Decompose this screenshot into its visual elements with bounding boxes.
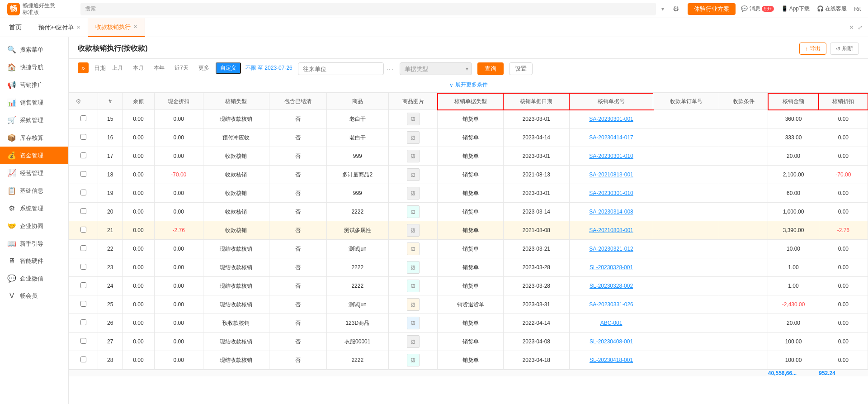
row-discount: 0.00 [819, 277, 868, 295]
col-bill-date[interactable]: 核销单据日期 [503, 93, 569, 110]
col-discount[interactable]: 核销折扣 [819, 93, 868, 110]
filter-toggle[interactable]: » [78, 62, 89, 73]
tab-prepay[interactable]: 预付冲应付单 ✕ [31, 18, 88, 37]
export-button[interactable]: ↑ 导出 [799, 43, 826, 55]
sidebar-item-wechat[interactable]: 💬 企业微信 [0, 270, 68, 287]
messages-area[interactable]: 💬 消息 99+ [741, 5, 774, 13]
date-7days[interactable]: 近7天 [171, 63, 192, 73]
row-bill-no[interactable]: SA-20230301-010 [569, 147, 653, 166]
refresh-button[interactable]: ↺ 刷新 [830, 43, 859, 55]
column-settings-button[interactable]: 设置 [509, 62, 533, 75]
row-bill-no[interactable]: SA-20230301-010 [569, 184, 653, 203]
search-dropdown-icon[interactable]: ▾ [661, 6, 664, 12]
row-receipt-no [653, 221, 719, 240]
query-button[interactable]: 查询 [477, 62, 504, 75]
col-settings[interactable]: ⚙ [69, 93, 98, 110]
date-this-month[interactable]: 本月 [129, 63, 147, 73]
row-bill-no[interactable]: SA-20210808-001 [569, 221, 653, 240]
guide-icon: 📖 [7, 239, 16, 248]
row-checkbox[interactable] [69, 147, 98, 166]
tab-verify-close[interactable]: ✕ [133, 24, 137, 30]
row-checkbox[interactable] [69, 258, 98, 277]
row-bill-no[interactable]: SA-20210813-001 [569, 166, 653, 184]
date-this-year[interactable]: 本年 [150, 63, 168, 73]
col-product-img[interactable]: 商品图片 [389, 93, 438, 110]
row-bill-date: 2023-04-18 [503, 351, 569, 370]
sidebar-item-system[interactable]: ⚙ 系统管理 [0, 200, 68, 217]
col-product[interactable]: 商品 [326, 93, 388, 110]
sidebar-item-funds[interactable]: 💰 资金管理 [0, 147, 68, 164]
sidebar-item-enterprise[interactable]: 🤝 企业协同 [0, 217, 68, 235]
row-bill-no[interactable]: SA-20230301-001 [569, 110, 653, 128]
row-bill-no[interactable]: SL-20230328-002 [569, 277, 653, 295]
settings-icon[interactable]: ⚙ [670, 3, 682, 15]
row-checkbox[interactable] [69, 351, 98, 370]
row-bill-no[interactable]: SL-20230328-001 [569, 258, 653, 277]
row-balance: 0.00 [123, 333, 155, 351]
row-discount: 0.00 [819, 240, 868, 258]
tab-home[interactable]: 首页 [0, 18, 31, 37]
row-checkbox[interactable] [69, 240, 98, 258]
col-include-settled[interactable]: 包含已结清 [269, 93, 326, 110]
partner-dots[interactable]: ··· [387, 66, 394, 72]
tab-fullscreen-icon[interactable]: ⤢ [858, 24, 863, 31]
sidebar-item-guide[interactable]: 📖 新手引导 [0, 235, 68, 252]
sidebar-item-hardware[interactable]: 🖥 智能硬件 [0, 252, 68, 270]
sidebar-item-basic-info[interactable]: 📋 基础信息 [0, 182, 68, 200]
col-receipt-no[interactable]: 收款单订单号 [653, 93, 719, 110]
sidebar-item-inventory[interactable]: 📦 库存核算 [0, 129, 68, 147]
row-checkbox[interactable] [69, 314, 98, 333]
sidebar-item-vip[interactable]: V 畅会员 [0, 287, 68, 304]
col-balance[interactable]: 余额 [123, 93, 155, 110]
row-bill-no[interactable]: SA-20230414-017 [569, 128, 653, 147]
online-service[interactable]: 🎧 在线客服 [817, 5, 847, 13]
sidebar-item-sales[interactable]: 📊 销售管理 [0, 94, 68, 111]
global-search[interactable]: 搜索 [80, 3, 656, 15]
footer-spacer [69, 370, 768, 376]
row-bill-no[interactable]: ABC-001 [569, 314, 653, 333]
industry-solution-button[interactable]: 体验行业方案 [688, 3, 736, 15]
tab-verify[interactable]: 收款核销执行 ✕ [88, 18, 145, 37]
row-bill-no[interactable]: SL-20230408-001 [569, 333, 653, 351]
row-checkbox[interactable] [69, 166, 98, 184]
row-product: 2222 [326, 351, 388, 370]
row-bill-no[interactable]: SA-20230321-012 [569, 240, 653, 258]
row-checkbox[interactable] [69, 295, 98, 314]
date-custom[interactable]: 自定义 [216, 62, 241, 74]
date-more[interactable]: 更多 [195, 63, 213, 73]
col-cash-discount[interactable]: 现金折扣 [154, 93, 203, 110]
row-number: 25 [98, 295, 123, 314]
sidebar-item-operations[interactable]: 📈 经营管理 [0, 164, 68, 182]
tab-prepay-close[interactable]: ✕ [76, 24, 80, 30]
col-bill-no[interactable]: 核销单据号 [569, 93, 653, 110]
partner-input[interactable] [298, 62, 384, 75]
row-checkbox[interactable] [69, 110, 98, 128]
user-name[interactable]: Rit [854, 6, 861, 12]
row-checkbox[interactable] [69, 333, 98, 351]
sidebar-item-purchase[interactable]: 🛒 采购管理 [0, 111, 68, 129]
sidebar-item-search[interactable]: 🔍 搜索菜单 [0, 41, 68, 58]
sidebar-item-nav[interactable]: 🏠 快捷导航 [0, 58, 68, 76]
row-checkbox[interactable] [69, 128, 98, 147]
row-bill-no[interactable]: SA-20230314-008 [569, 203, 653, 221]
row-checkbox[interactable] [69, 277, 98, 295]
row-product-img: 🖼 [389, 351, 438, 370]
row-bill-no[interactable]: SL-20230418-001 [569, 351, 653, 370]
col-verify-type[interactable]: 核销类型 [203, 93, 269, 110]
app-download[interactable]: 📱 App下载 [781, 5, 810, 13]
row-bill-no[interactable]: SA-20230331-026 [569, 295, 653, 314]
date-last-month[interactable]: 上月 [108, 63, 127, 73]
col-payment-term[interactable]: 收款条件 [719, 93, 768, 110]
table-settings-icon[interactable]: ⚙ [74, 97, 83, 106]
table-row: 18 0.00 -70.00 收款核销 否 多计量商品2 🖼 销货单 2021-… [69, 166, 868, 184]
sidebar-item-marketing[interactable]: 📢 营销推广 [0, 76, 68, 94]
bill-type-select[interactable]: 单据类型 [400, 62, 472, 75]
row-balance: 0.00 [123, 314, 155, 333]
expand-more-button[interactable]: ∨ 展开更多条件 [449, 81, 488, 89]
row-checkbox[interactable] [69, 203, 98, 221]
tab-close-all-icon[interactable]: ✕ [849, 24, 854, 31]
row-checkbox[interactable] [69, 221, 98, 240]
col-amount[interactable]: 核销金额 [768, 93, 819, 110]
row-checkbox[interactable] [69, 184, 98, 203]
col-bill-type[interactable]: 核销单据类型 [438, 93, 504, 110]
